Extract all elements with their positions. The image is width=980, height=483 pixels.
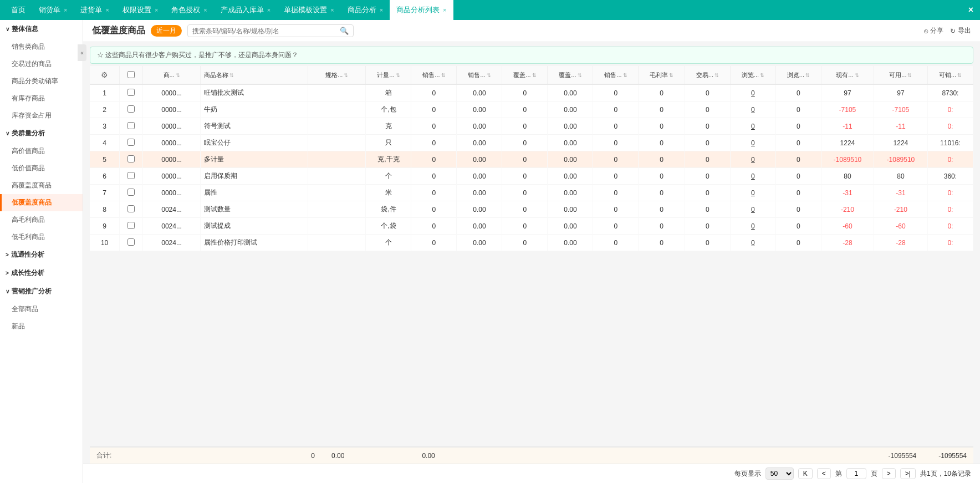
close-icon[interactable]: ×	[443, 7, 446, 13]
prev-page-button[interactable]: <	[817, 468, 831, 479]
first-page-button[interactable]: K	[798, 468, 813, 479]
sidebar-item-new-goods[interactable]: 新品	[0, 318, 83, 335]
row-sales-qty: 0	[411, 201, 457, 218]
row-cover1: 0	[502, 235, 548, 251]
nav-tab-template[interactable]: 单据模板设置 ×	[277, 0, 340, 20]
col-header-stock1[interactable]: 现有...⇅	[821, 66, 874, 84]
close-icon[interactable]: ×	[155, 7, 158, 13]
col-header-browse2[interactable]: 浏览...⇅	[775, 66, 821, 84]
browse-link[interactable]: 0	[751, 239, 755, 247]
nav-tab-permission[interactable]: 权限设置 ×	[116, 0, 165, 20]
row-checkbox[interactable]	[120, 118, 143, 135]
col-header-name[interactable]: 商品名称⇅	[201, 66, 308, 84]
nav-tab-sales[interactable]: 销货单 ×	[32, 0, 74, 20]
nav-tab-purchase[interactable]: 进货单 ×	[74, 0, 115, 20]
sidebar-section-circulation[interactable]: > 流通性分析	[0, 246, 83, 264]
col-header-gross[interactable]: 毛利率⇅	[639, 66, 685, 84]
sidebar-item-traded-goods[interactable]: 交易过的商品	[0, 55, 83, 73]
row-browse1[interactable]: 0	[730, 201, 775, 218]
sidebar-item-high-coverage[interactable]: 高覆盖度商品	[0, 177, 83, 194]
select-all-checkbox[interactable]	[127, 71, 135, 78]
sidebar-item-sales-goods[interactable]: 销售类商品	[0, 38, 83, 55]
row-browse1[interactable]: 0	[730, 185, 775, 201]
per-page-select[interactable]: 50 20 100	[765, 467, 794, 480]
sidebar-section-overall[interactable]: ∨ 整体信息	[0, 20, 83, 38]
col-header-unit[interactable]: 计量...⇅	[366, 66, 411, 84]
col-header-sales-amt[interactable]: 销售...⇅	[457, 66, 502, 84]
row-browse1[interactable]: 0	[730, 101, 775, 118]
browse-link[interactable]: 0	[751, 172, 755, 180]
row-checkbox[interactable]	[120, 168, 143, 185]
browse-link[interactable]: 0	[751, 189, 755, 197]
row-checkbox[interactable]	[120, 135, 143, 151]
sidebar-item-all-goods[interactable]: 全部商品	[0, 301, 83, 318]
col-header-avail[interactable]: 可用...⇅	[874, 66, 927, 84]
row-browse1[interactable]: 0	[730, 84, 775, 101]
browse-link[interactable]: 0	[751, 206, 755, 213]
row-sales-amt: 0.00	[457, 84, 502, 101]
col-header-sales-qty[interactable]: 销售...⇅	[411, 66, 457, 84]
sidebar-item-stock-goods[interactable]: 有库存商品	[0, 90, 83, 107]
col-header-browse1[interactable]: 浏览...⇅	[730, 66, 775, 84]
row-browse1[interactable]: 0	[730, 135, 775, 151]
last-page-button[interactable]: >|	[900, 468, 916, 479]
row-browse1[interactable]: 0	[730, 235, 775, 251]
row-browse1[interactable]: 0	[730, 118, 775, 135]
row-checkbox[interactable]	[120, 101, 143, 118]
close-all-button[interactable]: ×	[968, 5, 973, 15]
sidebar-section-growth[interactable]: > 成长性分析	[0, 264, 83, 282]
close-icon[interactable]: ×	[380, 7, 383, 13]
browse-link[interactable]: 0	[751, 222, 755, 230]
browse-link[interactable]: 0	[751, 156, 755, 164]
row-checkbox[interactable]	[120, 84, 143, 101]
sidebar-item-low-coverage[interactable]: 低覆盖度商品	[0, 194, 83, 211]
close-icon[interactable]: ×	[64, 7, 67, 13]
browse-link[interactable]: 0	[751, 106, 755, 114]
row-browse1[interactable]: 0	[730, 218, 775, 235]
col-header-sellable[interactable]: 可销...⇅	[927, 66, 973, 84]
col-header-checkbox[interactable]	[120, 66, 143, 84]
nav-tab-analysis-list[interactable]: 商品分析列表 ×	[390, 0, 453, 20]
sidebar-item-capital[interactable]: 库存资金占用	[0, 107, 83, 124]
row-checkbox[interactable]	[120, 218, 143, 235]
share-button[interactable]: ⎋ 分享	[924, 26, 943, 35]
close-icon[interactable]: ×	[203, 7, 207, 13]
row-checkbox[interactable]	[120, 201, 143, 218]
col-header-settings[interactable]: ⚙	[90, 66, 120, 84]
sidebar-item-high-profit[interactable]: 高毛利商品	[0, 211, 83, 228]
row-checkbox[interactable]	[120, 185, 143, 201]
search-input[interactable]	[192, 27, 340, 35]
col-header-cover2[interactable]: 覆盖...⇅	[548, 66, 593, 84]
browse-link[interactable]: 0	[751, 89, 755, 97]
sidebar-item-low-profit[interactable]: 低毛利商品	[0, 228, 83, 246]
row-browse1[interactable]: 0	[730, 168, 775, 185]
page-number-input[interactable]	[846, 468, 866, 479]
nav-tab-role[interactable]: 角色授权 ×	[165, 0, 213, 20]
col-header-sales3[interactable]: 销售...⇅	[593, 66, 639, 84]
filter-button[interactable]: 近一月	[151, 25, 182, 37]
col-header-trade[interactable]: 交易...⇅	[685, 66, 730, 84]
next-page-button[interactable]: >	[882, 468, 896, 479]
row-checkbox[interactable]	[120, 151, 143, 168]
close-icon[interactable]: ×	[330, 7, 334, 13]
col-header-code[interactable]: 商...⇅	[142, 66, 200, 84]
sidebar-item-high-value[interactable]: 高价值商品	[0, 143, 83, 160]
nav-tab-home[interactable]: 首页	[4, 0, 32, 20]
close-icon[interactable]: ×	[267, 7, 270, 13]
row-checkbox[interactable]	[120, 235, 143, 251]
row-browse1[interactable]: 0	[730, 151, 775, 168]
row-stock1: -7105	[821, 101, 874, 118]
nav-tab-analysis[interactable]: 商品分析 ×	[341, 0, 390, 20]
col-header-spec[interactable]: 规格...⇅	[308, 66, 366, 84]
sidebar-item-low-value[interactable]: 低价值商品	[0, 160, 83, 177]
sidebar-section-marketing[interactable]: ∨ 营销推广分析	[0, 282, 83, 301]
sidebar-collapse-button[interactable]: «	[78, 44, 86, 61]
sidebar-section-cluster[interactable]: ∨ 类群量分析	[0, 124, 83, 143]
close-icon[interactable]: ×	[105, 7, 109, 13]
col-header-cover1[interactable]: 覆盖...⇅	[502, 66, 548, 84]
export-button[interactable]: ↻ 导出	[950, 26, 971, 35]
browse-link[interactable]: 0	[751, 139, 755, 147]
browse-link[interactable]: 0	[751, 123, 755, 130]
sidebar-item-category-rate[interactable]: 商品分类动销率	[0, 73, 83, 90]
nav-tab-product[interactable]: 产成品入库单 ×	[214, 0, 277, 20]
